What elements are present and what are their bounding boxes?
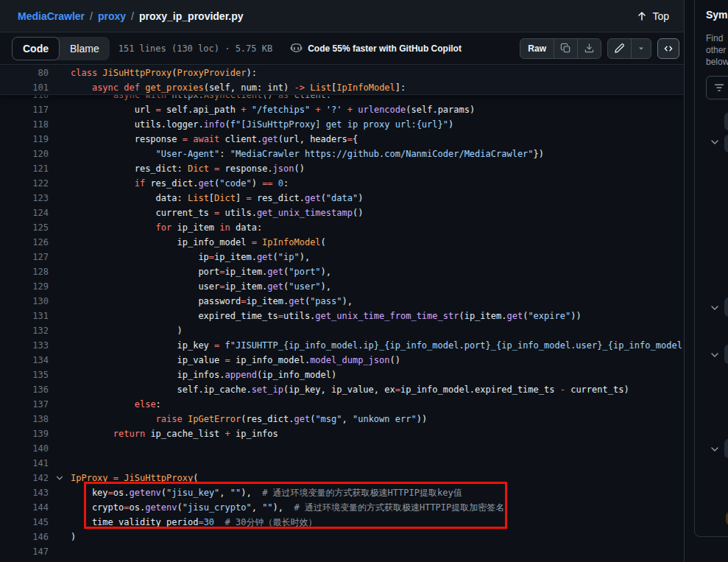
line-number[interactable]: 129 [0,279,49,294]
line-number[interactable]: 80 [0,66,49,80]
line-number[interactable]: 140 [0,441,49,456]
symbols-filter-input[interactable] [706,76,728,99]
line-number[interactable]: 137 [0,397,49,412]
line-number[interactable]: 136 [0,382,49,397]
line-number[interactable]: 139 [0,426,49,441]
symbol-item[interactable] [724,345,728,364]
code-line: 122 if res_dict.get("code") == 0: [0,176,684,191]
download-button[interactable] [577,39,601,58]
symbol-item[interactable] [724,439,728,458]
line-number[interactable]: 128 [0,264,49,279]
back-to-top-button[interactable]: Top [636,10,669,22]
symbols-panel-description: Find other below [706,32,728,68]
line-number[interactable]: 124 [0,206,49,220]
symbols-panel: Sym Find other below [694,0,728,537]
download-icon [584,43,595,54]
code-text: async def get_proxies(self, num: int) ->… [71,80,406,95]
symbols-panel-title: Sym [706,9,728,21]
code-text: ) [71,530,76,544]
line-number[interactable]: 134 [0,353,49,368]
code-line: 126 ip_info_model = IpInfoModel( [0,235,684,250]
line-number[interactable]: 121 [0,161,49,176]
code-line: 117 url = self.api_path + "/fetchips" + … [0,102,684,117]
line-number[interactable]: 118 [0,117,49,132]
code-line: 146) [0,530,684,544]
line-number[interactable]: 147 [0,544,49,559]
code-line: 137 else: [0,397,684,412]
code-text: current_ts = utils.get_unix_timestamp() [71,206,363,220]
file-toolbar: Code Blame 151 lines (130 loc) · 5.75 KB… [0,32,684,65]
line-number[interactable]: 130 [0,294,49,309]
line-number[interactable]: 143 [0,485,49,500]
code-text: raise IpGetError(res_dict.get("msg", "un… [71,412,427,426]
line-number[interactable]: 127 [0,250,49,264]
symbol-item[interactable] [724,135,728,152]
symbol-item[interactable] [724,113,728,130]
code-text: ip_info_model = IpInfoModel( [71,235,326,250]
chevron-down-icon[interactable] [709,443,721,455]
copilot-banner: Code 55% faster with GitHub Copilot [290,42,462,55]
chevron-down-icon[interactable] [709,302,721,314]
code-line: 145 time_validity_period=30 # 30分钟（最长时效） [0,515,684,530]
chevron-down-icon[interactable] [709,349,721,361]
edit-dropdown-button[interactable] [631,39,651,58]
copy-icon [560,43,571,54]
copilot-icon [290,42,303,55]
copilot-banner-text: Code 55% faster with GitHub Copilot [308,43,462,54]
code-line: 138 raise IpGetError(res_dict.get("msg",… [0,412,684,426]
line-number[interactable]: 135 [0,368,49,382]
code-text: user=ip_item.get("user"), [71,279,331,294]
line-number[interactable]: 145 [0,515,49,530]
code-line: 144 crypto=os.getenv("jisu_crypto", ""),… [0,500,684,515]
code-text: port=ip_item.get("port"), [71,264,331,279]
code-line: 136 self.ip_cache.set_ip(ip_key, ip_valu… [0,382,684,397]
line-number[interactable]: 144 [0,500,49,515]
edit-button[interactable] [608,39,631,58]
line-number[interactable]: 142 [0,471,49,485]
line-number[interactable]: 119 [0,132,49,147]
code-blame-switch: Code Blame [12,37,110,60]
code-text: for ip_item in data: [71,220,262,235]
code-line: 123 data: List[Dict] = res_dict.get("dat… [0,191,684,206]
line-number[interactable]: 122 [0,176,49,191]
line-number[interactable]: 146 [0,530,49,544]
code-line: 80class JiSuHttpProxy(ProxyProvider): [0,66,684,80]
line-number[interactable]: 131 [0,309,49,323]
symbol-item[interactable] [724,298,728,317]
line-number[interactable]: 138 [0,412,49,426]
line-number[interactable]: 126 [0,235,49,250]
code-text: return ip_cache_list + ip_infos [71,426,278,441]
code-line: 142IpProxy = JiSuHttpProxy( [0,471,684,485]
copy-button[interactable] [554,39,577,58]
code-text: data: List[Dict] = res_dict.get("data") [71,191,363,206]
tab-blame[interactable]: Blame [60,37,110,60]
line-number[interactable]: 132 [0,323,49,338]
code-line: 127 ip=ip_item.get("ip"), [0,250,684,264]
chevron-down-icon[interactable] [709,136,721,148]
breadcrumb-repo-link[interactable]: MediaCrawler [18,10,85,22]
code-line: 119 response = await client.get(url, hea… [0,132,684,147]
code-text: ip_key = f"JISUHTTP_{ip_info_model.ip}_{… [71,338,682,353]
breadcrumb-folder-link[interactable]: proxy [98,10,126,22]
line-number[interactable]: 125 [0,220,49,235]
code-line: 133 ip_key = f"JISUHTTP_{ip_info_model.i… [0,338,684,353]
code-text: else: [71,397,161,412]
caret-down-icon [637,44,646,53]
code-text: password=ip_item.get("pass"), [71,294,353,309]
fold-chevron-down-icon[interactable] [49,473,71,483]
symbols-toggle-button[interactable] [657,38,679,59]
breadcrumb-separator: / [131,10,134,22]
tab-code[interactable]: Code [12,37,60,60]
code-text: "User-Agent": "MediaCrawler https://gith… [71,147,544,161]
raw-button-group: Raw [520,38,601,59]
line-number[interactable]: 101 [0,80,49,95]
sticky-code-lines: 80class JiSuHttpProxy(ProxyProvider):101… [0,66,684,95]
raw-button[interactable]: Raw [520,39,554,58]
code-line: 124 current_ts = utils.get_unix_timestam… [0,206,684,220]
pencil-icon [614,43,625,54]
line-number[interactable]: 117 [0,102,49,117]
line-number[interactable]: 123 [0,191,49,206]
line-number[interactable]: 141 [0,456,49,471]
line-number[interactable]: 120 [0,147,49,161]
line-number[interactable]: 133 [0,338,49,353]
